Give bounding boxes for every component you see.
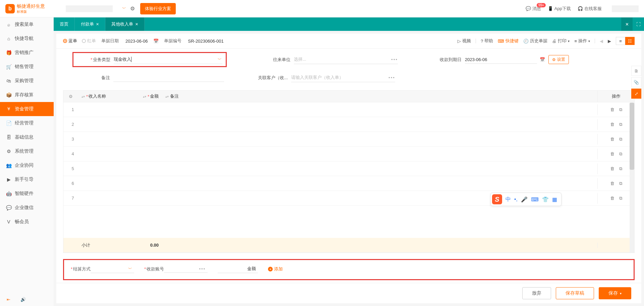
sidebar-item-search[interactable]: ⌕搜索菜单 — [0, 17, 54, 32]
ime-toolbox-button[interactable]: ▦ — [552, 196, 557, 203]
cell-remark[interactable] — [166, 137, 597, 142]
online-service-button[interactable]: 🎧 在线客服 — [578, 6, 602, 12]
delete-row-icon[interactable]: 🗑 — [610, 122, 614, 127]
cell-remark[interactable] — [166, 181, 597, 186]
copy-row-icon[interactable]: ⧉ — [619, 137, 622, 142]
biz-type-select[interactable]: 现金收入 ﹀ — [114, 55, 222, 64]
cell-amount[interactable] — [129, 166, 166, 171]
radio-red-order[interactable]: 红单 — [82, 38, 96, 44]
attach-tool-button[interactable]: 📎 — [631, 77, 641, 87]
cell-remark[interactable] — [166, 166, 597, 171]
table-row[interactable]: 2🗑⧉ — [63, 117, 634, 132]
cell-amount[interactable] — [129, 196, 166, 201]
experience-plan-button[interactable]: 体验行业方案 — [140, 3, 176, 14]
sort-icon[interactable]: ▴▾ — [82, 96, 85, 97]
settlement-amount-field[interactable]: 金额 — [218, 265, 258, 273]
copy-row-icon[interactable]: ⧉ — [619, 122, 622, 127]
more-icon[interactable]: ••• — [199, 266, 206, 271]
close-icon[interactable]: ✕ — [96, 22, 99, 27]
view-detail-button[interactable]: ☷ — [625, 37, 635, 45]
radio-blue-order[interactable]: 蓝单 — [63, 38, 77, 44]
view-list-button[interactable]: ≡ — [616, 37, 625, 45]
copy-row-icon[interactable]: ⧉ — [619, 181, 622, 186]
table-row[interactable]: 4🗑⧉ — [63, 147, 634, 161]
sound-icon[interactable]: 🔊 — [20, 297, 26, 302]
tabs-fullscreen[interactable]: ⛶ — [633, 17, 644, 31]
tabs-close-all[interactable]: ✕ — [621, 17, 633, 31]
cell-remark[interactable] — [166, 107, 597, 112]
prev-record-button[interactable]: ◀ — [600, 39, 603, 44]
sidebar-item-quicknav[interactable]: ⌂快捷导航 — [0, 32, 54, 46]
table-config-button[interactable]: ⚙ — [63, 91, 78, 102]
ime-toolbar[interactable]: S 中 •, 🎤 ⌨ 👕 ▦ — [490, 193, 561, 206]
shortcut-button[interactable]: ⌨快捷键 — [498, 38, 519, 44]
sidebar-item-sales[interactable]: 🛒销售管理 — [0, 60, 54, 74]
close-icon[interactable]: ✕ — [135, 22, 138, 27]
calendar-icon[interactable]: 📅 — [153, 39, 159, 44]
sidebar-item-basic[interactable]: 🗄基础信息 — [0, 130, 54, 144]
add-settlement-button[interactable]: + 添加 — [268, 266, 283, 272]
sidebar-item-hardware[interactable]: 🤖智能硬件 — [0, 187, 54, 201]
cell-remark[interactable] — [166, 151, 597, 157]
cell-income-name[interactable] — [82, 196, 129, 201]
ime-skin-button[interactable]: 👕 — [542, 196, 549, 203]
cell-income-name[interactable] — [82, 122, 129, 127]
sidebar-item-vip[interactable]: V畅会员 — [0, 215, 54, 229]
save-button[interactable]: 保存▾ — [599, 287, 631, 299]
partner-select[interactable]: 选择... ••• — [294, 55, 398, 64]
more-icon[interactable]: ••• — [391, 57, 398, 62]
video-button[interactable]: ▷视频 — [458, 38, 471, 44]
copy-row-icon[interactable]: ⧉ — [619, 151, 622, 157]
sidebar-item-purchase[interactable]: 🛍采购管理 — [0, 74, 54, 88]
sidebar-item-inventory[interactable]: 📦库存核算 — [0, 88, 54, 102]
scrollbar[interactable] — [630, 103, 634, 253]
delete-row-icon[interactable]: 🗑 — [610, 196, 614, 201]
copy-row-icon[interactable]: ⧉ — [619, 166, 622, 171]
company-selector[interactable]: ﹀ — [66, 5, 130, 12]
cell-amount[interactable] — [129, 122, 166, 127]
delete-row-icon[interactable]: 🗑 — [610, 181, 614, 186]
sort-icon[interactable]: ▴▾ — [143, 96, 146, 97]
ime-keyboard-button[interactable]: ⌨ — [531, 196, 539, 203]
save-draft-button[interactable]: 保存草稿 — [556, 287, 594, 299]
delete-row-icon[interactable]: 🗑 — [610, 151, 614, 156]
calendar-icon[interactable]: 📅 — [540, 57, 545, 62]
table-row[interactable]: 6🗑⧉ — [63, 176, 634, 191]
tab-other-income[interactable]: 其他收入单✕ — [105, 17, 145, 31]
expand-tool-button[interactable]: ⤢ — [631, 89, 641, 99]
more-icon[interactable]: ••• — [388, 75, 395, 80]
tab-home[interactable]: 首页 — [54, 17, 75, 31]
delete-row-icon[interactable]: 🗑 — [610, 137, 614, 142]
sidebar-item-system[interactable]: ⚙系统管理 — [0, 144, 54, 158]
print-button[interactable]: 🖨打印▾ — [552, 38, 570, 44]
scrollbar-thumb[interactable] — [630, 103, 634, 170]
discard-button[interactable]: 放弃 — [522, 287, 551, 299]
history-button[interactable]: 🕘历史单据 — [523, 38, 547, 44]
table-row[interactable]: 1🗑⧉ — [63, 102, 634, 117]
sidebar-item-marketing[interactable]: 🎁营销推广 — [0, 46, 54, 60]
due-date-input[interactable]: 2023-06-06 — [465, 56, 537, 64]
cell-amount[interactable] — [129, 181, 166, 186]
tab-payment[interactable]: 付款单✕ — [75, 17, 105, 31]
note-tool-button[interactable]: 🗎 — [631, 66, 641, 76]
cell-amount[interactable] — [129, 151, 166, 157]
sidebar-item-guide[interactable]: ▶新手引导 — [0, 172, 54, 187]
ime-voice-button[interactable]: 🎤 — [521, 196, 528, 203]
cell-income-name[interactable] — [82, 181, 129, 186]
delete-row-icon[interactable]: 🗑 — [610, 107, 614, 112]
gear-icon[interactable]: ⚙ — [130, 5, 135, 12]
copy-row-icon[interactable]: ⧉ — [619, 196, 622, 201]
cell-amount[interactable] — [129, 137, 166, 142]
collapse-icon[interactable]: ⇤ — [7, 297, 10, 302]
copy-row-icon[interactable]: ⧉ — [619, 107, 622, 112]
next-record-button[interactable]: ▶ — [608, 39, 611, 44]
sort-icon[interactable]: ▴▾ — [165, 96, 169, 97]
cell-income-name[interactable] — [82, 107, 129, 112]
help-button[interactable]: ?帮助 — [481, 38, 493, 44]
delete-row-icon[interactable]: 🗑 — [610, 166, 614, 171]
cell-amount[interactable] — [129, 107, 166, 112]
cell-remark[interactable] — [166, 122, 597, 127]
receipt-account-field[interactable]: *收款账号 ••• — [144, 265, 208, 273]
ime-punct-button[interactable]: •, — [514, 196, 518, 202]
doc-date-value[interactable]: 2023-06-06 — [125, 39, 148, 44]
